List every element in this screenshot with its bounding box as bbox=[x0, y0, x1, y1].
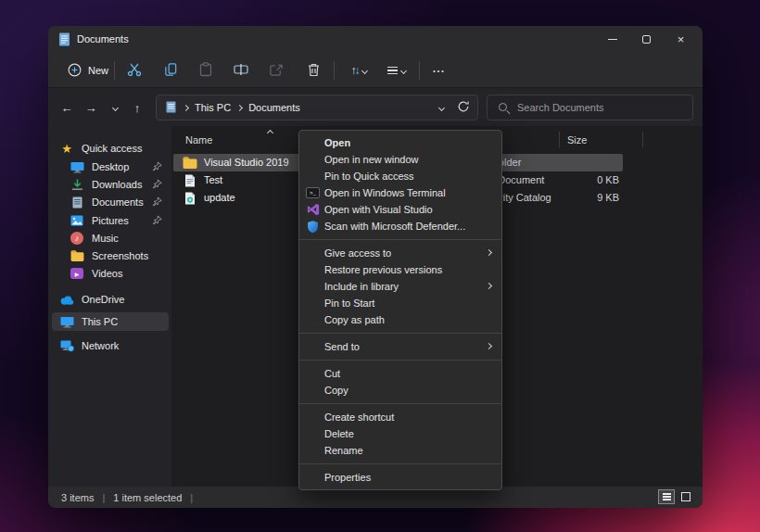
menu-item-open[interactable]: Open bbox=[299, 134, 501, 151]
rename-icon bbox=[234, 63, 248, 78]
menu-item-delete[interactable]: Delete bbox=[299, 425, 501, 442]
videos-icon: ▶ bbox=[70, 268, 84, 279]
file-size: 0 KB bbox=[545, 174, 619, 185]
forward-button[interactable]: → bbox=[80, 96, 102, 119]
refresh-button[interactable] bbox=[457, 100, 470, 115]
selection-count: 1 item selected bbox=[113, 492, 182, 503]
pin-icon bbox=[152, 179, 162, 191]
view-button[interactable] bbox=[378, 59, 415, 82]
pin-icon bbox=[152, 215, 162, 227]
sidebar-item-pictures[interactable]: Pictures bbox=[52, 211, 169, 230]
menu-item-send-to[interactable]: Send to bbox=[299, 338, 501, 355]
window-controls: × bbox=[595, 26, 698, 52]
menu-item-copy-as-path[interactable]: Copy as path bbox=[299, 311, 501, 328]
sidebar-item-network[interactable]: Network bbox=[52, 336, 169, 355]
command-bar: New ↑↓ ••• bbox=[48, 52, 703, 88]
menu-item-pin-to-quick-access[interactable]: Pin to Quick access bbox=[299, 168, 501, 184]
navigation-pane: ★ Quick access Desktop Downloads Documen… bbox=[48, 126, 171, 487]
sidebar-item-music[interactable]: ♪ Music bbox=[52, 229, 169, 247]
onedrive-cloud-icon bbox=[59, 295, 74, 305]
paste-button[interactable] bbox=[191, 59, 221, 82]
pictures-icon bbox=[70, 215, 84, 226]
share-icon bbox=[270, 63, 284, 78]
music-icon: ♪ bbox=[70, 232, 84, 245]
view-list-icon bbox=[387, 67, 398, 75]
sort-ascending-icon bbox=[267, 130, 273, 136]
menu-item-open-with-visual-studio[interactable]: Open with Visual Studio bbox=[299, 201, 501, 218]
network-icon bbox=[59, 340, 74, 352]
sidebar-item-onedrive[interactable]: OneDrive bbox=[52, 290, 169, 309]
large-icons-view-button[interactable] bbox=[678, 489, 694, 504]
menu-item-cut[interactable]: Cut bbox=[299, 365, 501, 382]
breadcrumb-this-pc[interactable]: This PC bbox=[193, 102, 233, 113]
share-button[interactable] bbox=[261, 59, 291, 82]
plus-circle-icon bbox=[68, 63, 82, 79]
new-button[interactable]: New bbox=[59, 59, 117, 82]
sidebar-item-this-pc[interactable]: This PC bbox=[52, 312, 169, 331]
sidebar-item-quick-access[interactable]: ★ Quick access bbox=[52, 139, 169, 158]
toolbar-divider bbox=[419, 61, 420, 80]
chevron-right-icon bbox=[183, 104, 189, 110]
sidebar-item-downloads[interactable]: Downloads bbox=[52, 175, 169, 194]
more-options-button[interactable]: ••• bbox=[424, 59, 454, 82]
folder-icon bbox=[183, 157, 197, 171]
paste-icon bbox=[199, 62, 212, 79]
search-icon bbox=[498, 102, 510, 114]
menu-item-properties[interactable]: Properties bbox=[299, 469, 501, 486]
status-divider: | bbox=[190, 492, 193, 503]
address-dropdown-icon[interactable] bbox=[438, 104, 445, 110]
chevron-down-icon bbox=[111, 104, 118, 110]
desktop-monitor-icon bbox=[70, 161, 84, 173]
downloads-icon bbox=[70, 179, 84, 191]
column-divider[interactable] bbox=[642, 132, 643, 147]
sidebar-item-videos[interactable]: ▶ Videos bbox=[52, 264, 169, 283]
column-header-name[interactable]: Name bbox=[185, 134, 212, 146]
menu-item-open-in-new-window[interactable]: Open in new window bbox=[299, 151, 501, 168]
large-icons-view-icon bbox=[681, 492, 690, 501]
menu-item-create-shortcut[interactable]: Create shortcut bbox=[299, 409, 501, 425]
navigation-row: ← → ↑ This PC Documents bbox=[48, 89, 703, 126]
menu-item-give-access-to[interactable]: Give access to bbox=[299, 245, 501, 261]
search-box[interactable] bbox=[487, 95, 693, 120]
file-size: 9 KB bbox=[545, 192, 619, 203]
submenu-arrow-icon bbox=[486, 283, 492, 289]
file-name: Test bbox=[204, 174, 222, 185]
menu-item-copy[interactable]: Copy bbox=[299, 382, 501, 399]
maximize-button[interactable] bbox=[629, 26, 664, 52]
cut-button[interactable] bbox=[120, 59, 149, 82]
menu-separator bbox=[299, 239, 501, 240]
menu-item-open-in-windows-terminal[interactable]: >_ Open in Windows Terminal bbox=[299, 184, 501, 201]
copy-button[interactable] bbox=[156, 59, 185, 82]
up-button[interactable]: ↑ bbox=[126, 96, 148, 119]
minimize-button[interactable] bbox=[595, 26, 629, 52]
minimize-icon bbox=[608, 39, 617, 40]
sidebar-item-screenshots[interactable]: Screenshots bbox=[52, 247, 169, 265]
column-divider[interactable] bbox=[559, 132, 560, 147]
sidebar-item-desktop[interactable]: Desktop bbox=[52, 158, 169, 176]
sort-button[interactable]: ↑↓ bbox=[339, 59, 378, 82]
file-name: update bbox=[204, 192, 235, 203]
column-header-size[interactable]: Size bbox=[567, 134, 587, 146]
status-divider: | bbox=[102, 492, 105, 503]
copy-icon bbox=[164, 62, 178, 79]
back-button[interactable]: ← bbox=[56, 96, 78, 119]
menu-item-scan-with-microsoft-defender[interactable]: Scan with Microsoft Defender... bbox=[299, 218, 501, 234]
recent-locations-button[interactable] bbox=[104, 96, 126, 119]
defender-shield-icon bbox=[305, 219, 321, 234]
menu-item-include-in-library[interactable]: Include in library bbox=[299, 278, 501, 295]
address-bar[interactable]: This PC Documents bbox=[156, 95, 478, 120]
context-menu: Open Open in new window Pin to Quick acc… bbox=[298, 130, 502, 490]
rename-button[interactable] bbox=[226, 59, 256, 82]
close-icon: × bbox=[678, 33, 685, 45]
delete-button[interactable] bbox=[298, 59, 328, 82]
menu-item-rename[interactable]: Rename bbox=[299, 442, 501, 459]
back-icon: ← bbox=[61, 101, 73, 115]
menu-item-pin-to-start[interactable]: Pin to Start bbox=[299, 295, 501, 311]
menu-item-restore-previous-versions[interactable]: Restore previous versions bbox=[299, 261, 501, 278]
sidebar-item-documents[interactable]: Documents bbox=[52, 193, 169, 211]
close-button[interactable]: × bbox=[664, 26, 698, 52]
search-input[interactable] bbox=[517, 102, 675, 113]
scissors-icon bbox=[127, 62, 142, 79]
details-view-button[interactable] bbox=[658, 489, 675, 504]
breadcrumb-documents[interactable]: Documents bbox=[247, 102, 302, 113]
